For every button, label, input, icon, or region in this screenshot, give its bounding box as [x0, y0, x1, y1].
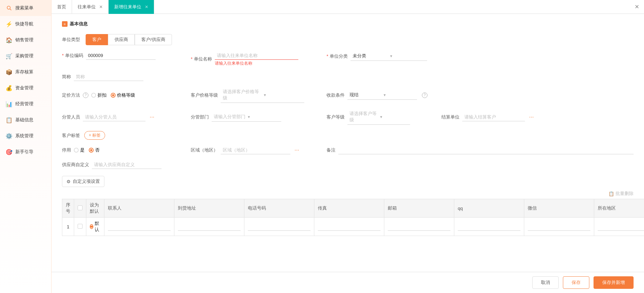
save-button[interactable]: 保存	[563, 276, 589, 289]
customer-price-field: 客户价格等级 请选择客户价格等级 ▼	[191, 87, 316, 103]
sidebar-item-purchase[interactable]: 🛒 采购管理	[0, 48, 51, 64]
row-email[interactable]	[384, 218, 454, 236]
sidebar-item-system[interactable]: ⚙️ 系统管理	[0, 128, 51, 144]
sidebar-item-operations[interactable]: 📊 经营管理	[0, 96, 51, 112]
row-phone[interactable]	[244, 218, 314, 236]
default-radio[interactable]: 默认	[90, 220, 101, 233]
footer: 取消 保存 保存并新增	[52, 272, 644, 293]
tab-new-partner-close[interactable]: ✕	[145, 5, 148, 9]
unit-category-value: 未分类	[353, 53, 388, 59]
region-input[interactable]	[221, 146, 290, 154]
customer-price-select[interactable]: 请选择客户价格等级 ▼	[221, 87, 304, 103]
custom-settings-button[interactable]: ⚙ 自定义项设置	[62, 176, 104, 187]
department-select[interactable]: 请输入分管部门 ▼	[212, 112, 281, 122]
radio-yes[interactable]: 是	[74, 147, 85, 153]
customer-price-label: 客户价格等级	[191, 92, 218, 98]
row-wechat[interactable]	[524, 218, 594, 236]
money-icon: 💰	[6, 84, 13, 91]
tab-new-partner-label: 新增往来单位	[114, 4, 141, 10]
batch-delete-icon: 📋	[608, 191, 614, 196]
manager-more-icon[interactable]: ···	[148, 114, 156, 120]
supplier-custom-label: 供应商自定义	[62, 162, 89, 168]
unit-type-field: 单位类型 客户 供应商 客户/供应商	[62, 34, 172, 45]
row-area[interactable]	[594, 218, 644, 236]
gear-icon: ⚙️	[6, 132, 13, 139]
add-tag-button[interactable]: + 标签	[84, 131, 105, 140]
radio-discount[interactable]: 折扣	[91, 92, 107, 98]
row-qq[interactable]	[454, 218, 524, 236]
sidebar-item-label: 资金管理	[15, 85, 33, 91]
unit-category-field: 单位分类 未分类 ▼	[327, 51, 634, 61]
manager-input[interactable]	[83, 113, 146, 121]
tab-home[interactable]: 首页	[52, 0, 72, 14]
radio-no-label: 否	[95, 147, 100, 153]
th-phone: 电话号码	[244, 199, 314, 218]
sidebar-item-inventory[interactable]: 📦 库存核算	[0, 64, 51, 80]
custom-settings-container: ⚙ 自定义项设置	[62, 176, 634, 187]
radio-yes-circle	[74, 148, 79, 153]
sidebar-item-quicknav[interactable]: ⚡ 快捷导航	[0, 16, 51, 32]
pricing-help-icon[interactable]: ?	[83, 92, 88, 98]
tab-home-label: 首页	[57, 4, 66, 10]
house-icon: 🏠	[6, 36, 13, 43]
payment-terms-select[interactable]: 现结 ▼	[347, 90, 417, 100]
save-new-button[interactable]: 保存并新增	[594, 276, 634, 289]
supplier-custom-input[interactable]	[92, 161, 162, 169]
row-fax[interactable]	[314, 218, 384, 236]
remark-label: 备注	[327, 147, 336, 153]
form-content: ≡ 基本信息 单位类型 客户 供应商 客户/供应商 单位编码 单位名称	[52, 14, 644, 272]
short-name-input[interactable]	[74, 73, 143, 81]
sidebar-item-sales[interactable]: 🏠 销售管理	[0, 32, 51, 48]
customer-level-select[interactable]: 请选择客户等级 ▼	[347, 109, 410, 125]
box-icon: 📦	[6, 68, 13, 75]
unit-type-btn-group: 客户 供应商 客户/供应商	[86, 34, 172, 45]
tab-partners-close[interactable]: ✕	[99, 5, 103, 9]
radio-discount-label: 折扣	[97, 92, 107, 98]
sidebar-item-label: 经营管理	[15, 101, 33, 107]
region-label: 区域（地区）	[191, 147, 218, 153]
sidebar-item-label: 基础信息	[15, 117, 33, 123]
dept-chevron-icon: ▼	[247, 115, 279, 119]
radio-no[interactable]: 否	[89, 147, 100, 153]
batch-delete-label[interactable]: 批量删除	[615, 190, 634, 197]
sidebar-item-label: 销售管理	[15, 37, 33, 43]
row-contact[interactable]	[104, 218, 174, 236]
settlement-input[interactable]	[462, 113, 525, 121]
short-name-field: 简称	[62, 73, 180, 81]
type-btn-supplier[interactable]: 供应商	[108, 34, 135, 45]
sidebar-item-basic[interactable]: 📋 基础信息	[0, 112, 51, 128]
cancel-button[interactable]: 取消	[532, 276, 559, 289]
lightning-icon: ⚡	[6, 21, 13, 27]
th-fax: 传真	[314, 199, 384, 218]
sidebar-item-label: 库存核算	[15, 69, 33, 75]
th-email: 邮箱	[384, 199, 454, 218]
unit-name-input[interactable]	[215, 51, 298, 60]
row-checkbox[interactable]	[78, 224, 83, 229]
radio-price-level[interactable]: 价格等级	[111, 92, 135, 98]
contact-table: 序号 设为默认 联系人 到货地址 电话号码 传真 邮箱 qq 微信 所在地区 操…	[62, 199, 644, 236]
type-btn-customer[interactable]: 客户	[86, 34, 108, 45]
settlement-more-icon[interactable]: ···	[528, 114, 535, 120]
tag-row: 客户标签 + 标签	[62, 131, 634, 140]
unit-category-select[interactable]: 未分类 ▼	[351, 51, 427, 61]
th-wechat: 微信	[524, 199, 594, 218]
sidebar-item-finance[interactable]: 💰 资金管理	[0, 80, 51, 96]
region-more-icon[interactable]: ···	[293, 147, 300, 153]
department-placeholder: 请输入分管部门	[214, 114, 246, 120]
remark-input[interactable]	[338, 146, 634, 154]
manager-label: 分管人员	[62, 114, 80, 120]
radio-price-level-circle	[111, 93, 116, 98]
type-btn-both[interactable]: 客户/供应商	[135, 34, 172, 45]
main-close-button[interactable]: ✕	[630, 3, 644, 10]
chart-icon: 📊	[6, 100, 13, 107]
tab-partners[interactable]: 往来单位 ✕	[72, 0, 109, 14]
tab-new-partner[interactable]: 新增往来单位 ✕	[109, 0, 154, 14]
header-checkbox[interactable]	[78, 205, 83, 210]
unit-code-input[interactable]	[86, 51, 156, 60]
sidebar-item-search[interactable]: 搜索菜单	[0, 0, 51, 16]
row-check[interactable]	[74, 218, 86, 236]
row-address[interactable]	[174, 218, 244, 236]
pricing-method-label: 定价方法	[62, 92, 80, 98]
payment-help-icon[interactable]: ?	[422, 92, 427, 98]
sidebar-item-guide[interactable]: 🎯 新手引导	[0, 144, 51, 160]
